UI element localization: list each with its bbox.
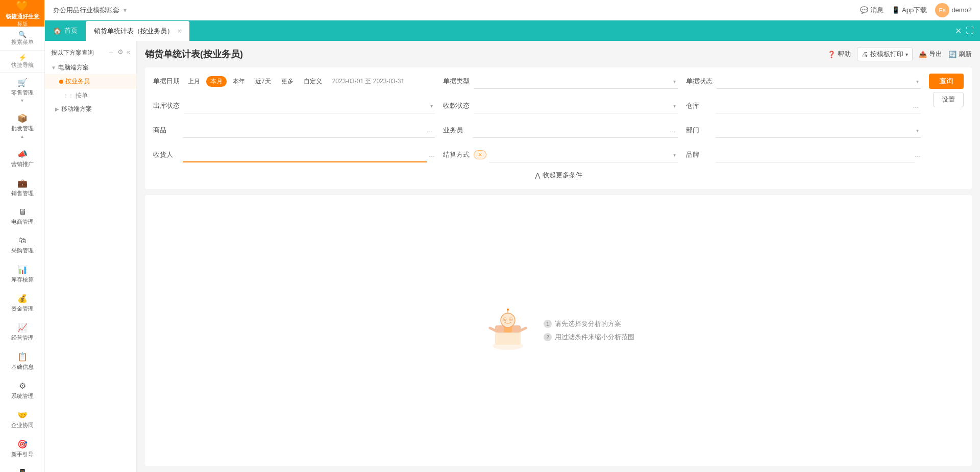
tabbar-actions: ✕ ⛶ [955, 26, 980, 36]
svg-point-8 [510, 319, 512, 320]
refresh-btn[interactable]: 🔄 刷新 [948, 50, 972, 59]
doc-status-input[interactable] [717, 74, 921, 89]
help-btn[interactable]: ❓ 帮助 [827, 50, 851, 59]
department-input[interactable] [716, 123, 921, 138]
refresh-icon: 🔄 [948, 51, 957, 58]
date-tab-this-month[interactable]: 本月 [206, 76, 227, 87]
plan-item-按单[interactable]: ⋮⋮ 按单 [45, 89, 136, 103]
sidebar-item-retail[interactable]: 🛒 零售管理 ▼ [0, 73, 44, 108]
page-actions: ❓ 帮助 🖨 按模板打印 ▾ 📤 导出 🔄 刷新 [827, 47, 972, 61]
plan-item-salesperson[interactable]: 按业务员 [45, 74, 136, 89]
sidebar-item-marketing[interactable]: 📣 营销推广 [0, 144, 44, 173]
filter-collection-status: 收款状态 ▾ [443, 98, 678, 113]
brand-input[interactable] [716, 147, 915, 162]
export-label: 导出 [929, 50, 942, 59]
warehouse-input[interactable] [716, 98, 921, 113]
goods-input[interactable] [183, 123, 435, 138]
filter-doc-type: 单据类型 ▾ [443, 74, 678, 89]
finance-icon: 💰 [17, 294, 28, 303]
doc-type-input[interactable] [474, 74, 678, 89]
collapse-label: 收起更多条件 [543, 171, 582, 180]
basic-icon: 📋 [17, 352, 28, 362]
tab-home-label: 首页 [64, 26, 78, 35]
date-tab-last-month[interactable]: 上月 [184, 76, 204, 87]
export-btn[interactable]: 📤 导出 [919, 50, 942, 59]
sidebar-search[interactable]: 🔍 搜索菜单 [0, 27, 44, 51]
marketing-icon: 📣 [17, 149, 28, 159]
left-panel-header: 按以下方案查询 ＋ ⚙ « [45, 46, 136, 59]
settings-plan-btn[interactable]: ⚙ [117, 48, 124, 57]
sidebar-item-inventory[interactable]: 📊 库存核算 [0, 259, 44, 289]
sidebar-item-purchase[interactable]: 🛍 采购管理 [0, 231, 44, 259]
sidebar-item-system[interactable]: ⚙ 系统管理 [0, 376, 44, 405]
sidebar-item-finance[interactable]: 💰 资金管理 [0, 289, 44, 318]
brand-more-icon: … [915, 151, 921, 158]
collection-input[interactable] [474, 98, 678, 113]
sidebar-item-sales[interactable]: 💼 销售管理 [0, 173, 44, 202]
doc-status-label: 单据状态 [686, 77, 713, 86]
tab-sales-stat-label: 销货单统计表（按业务员） [94, 27, 174, 36]
svg-line-11 [490, 328, 495, 331]
sidebar-quick-nav[interactable]: ⚡ 快捷导航 [0, 51, 44, 73]
filter-date: 单据日期 上月 本月 本年 近7天 更多 自定义 2023-03-01 至 20… [153, 76, 435, 87]
settlement-tag-close[interactable]: × [478, 151, 482, 158]
sidebar-item-appstore[interactable]: 📱 应用中心 [0, 463, 44, 472]
svg-line-12 [521, 328, 526, 331]
receiver-input[interactable] [183, 147, 427, 162]
search-icon: 🔍 [0, 31, 44, 38]
help-icon: ❓ [827, 51, 836, 58]
date-tab-this-year[interactable]: 本年 [229, 76, 249, 87]
date-tab-more[interactable]: 更多 [277, 76, 298, 87]
sales-icon: 💼 [17, 178, 28, 188]
tab-close-icon[interactable]: × [178, 28, 181, 35]
svg-point-4 [501, 313, 515, 327]
breadcrumb-arrow: ▾ [124, 7, 127, 14]
sidebar-item-ecommerce[interactable]: 🖥 电商管理 [0, 202, 44, 231]
doc-type-wrapper: ▾ [474, 74, 678, 89]
sub-plan-icon: ⋮⋮ [63, 93, 74, 99]
settlement-input[interactable] [489, 147, 678, 162]
doc-status-wrapper: ▾ [717, 74, 921, 89]
collapse-btn[interactable]: ⋀ 收起更多条件 [153, 168, 964, 183]
empty-tip-2-text: 用过滤条件来缩小分析范围 [555, 333, 634, 342]
salesperson-input[interactable] [473, 123, 678, 138]
sidebar-item-operation[interactable]: 📈 经营管理 [0, 318, 44, 347]
print-icon: 🖨 [862, 51, 868, 58]
sidebar-item-label-finance: 资金管理 [11, 305, 34, 313]
tab-expand-btn[interactable]: ⛶ [966, 26, 974, 35]
wholesale-icon: 📦 [17, 113, 28, 123]
add-plan-btn[interactable]: ＋ [108, 48, 114, 57]
query-button[interactable]: 查询 [929, 74, 964, 89]
filter-row-1: 单据日期 上月 本月 本年 近7天 更多 自定义 2023-03-01 至 20… [153, 74, 921, 89]
tab-close-btn[interactable]: ✕ [955, 26, 962, 36]
left-panel-icons: ＋ ⚙ « [108, 48, 130, 57]
tab-home[interactable]: 🏠 首页 [45, 20, 86, 41]
sidebar-item-newbie[interactable]: 🎯 新手引导 [0, 434, 44, 463]
date-tab-last7[interactable]: 近7天 [251, 76, 275, 87]
settlement-tag: × [474, 150, 486, 159]
export-icon: 📤 [919, 51, 927, 58]
user-menu[interactable]: Ea demo2 [935, 3, 972, 17]
sidebar: 🧡 畅捷通好生意 标版 🔍 搜索菜单 ⚡ 快捷导航 🛒 零售管理 ▼ 📦 批发管… [0, 0, 45, 472]
sidebar-item-enterprise[interactable]: 🤝 企业协同 [0, 405, 44, 434]
out-status-input[interactable] [184, 98, 435, 113]
settings-button[interactable]: 设置 [933, 92, 964, 107]
help-label: 帮助 [838, 50, 851, 59]
message-btn[interactable]: 💬 消息 [860, 6, 884, 15]
date-tab-custom[interactable]: 自定义 [300, 76, 326, 87]
app-download-btn[interactable]: 📱 App下载 [892, 6, 927, 15]
sidebar-item-label-marketing: 营销推广 [11, 160, 34, 168]
filter-out-status: 出库状态 ▾ [153, 98, 435, 113]
filter-department: 部门 ▾ [686, 123, 921, 138]
tab-sales-stat[interactable]: 销货单统计表（按业务员） × [86, 21, 189, 41]
collapse-panel-btn[interactable]: « [127, 48, 130, 57]
empty-tips: 1 请先选择要分析的方案 2 用过滤条件来缩小分析范围 [544, 319, 634, 342]
operation-icon: 📈 [17, 323, 28, 333]
sidebar-item-wholesale[interactable]: 📦 批发管理 ▲ [0, 108, 44, 144]
mobile-group-title[interactable]: ▶ 移动端方案 [45, 103, 136, 115]
pc-group-title[interactable]: ▼ 电脑端方案 [45, 61, 136, 74]
receiver-more-icon: … [429, 151, 435, 158]
nav-icon: ⚡ [0, 54, 44, 61]
print-btn[interactable]: 🖨 按模板打印 ▾ [857, 47, 913, 61]
sidebar-item-basic[interactable]: 📋 基础信息 [0, 347, 44, 376]
